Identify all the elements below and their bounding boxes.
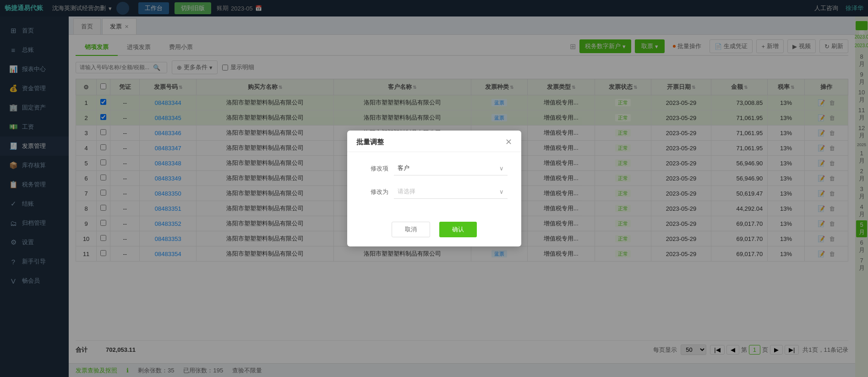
modal-body: 修改项 客户 ∨ 修改为 请选择 ∨ bbox=[347, 152, 521, 217]
field-value: 客户 bbox=[398, 164, 409, 172]
modal-title: 批量调整 bbox=[356, 138, 384, 147]
confirm-button[interactable]: 确认 bbox=[439, 222, 477, 237]
cancel-button[interactable]: 取消 bbox=[392, 222, 430, 237]
field-select[interactable]: 客户 ∨ bbox=[394, 161, 508, 175]
value-placeholder: 请选择 bbox=[398, 187, 415, 196]
modal-close-btn[interactable]: ✕ bbox=[505, 137, 512, 147]
field-row: 修改项 客户 ∨ bbox=[361, 161, 508, 175]
modal-header: 批量调整 ✕ bbox=[347, 131, 521, 152]
modal-footer: 取消 确认 bbox=[347, 217, 521, 246]
chevron-down-icon: ∨ bbox=[499, 165, 504, 172]
value-label: 修改为 bbox=[361, 188, 388, 196]
value-row: 修改为 请选择 ∨ bbox=[361, 185, 508, 199]
batch-adjust-modal: 批量调整 ✕ 修改项 客户 ∨ 修改为 请选择 ∨ 取消 确认 bbox=[347, 131, 521, 246]
chevron-down-icon2: ∨ bbox=[499, 188, 504, 195]
field-label: 修改项 bbox=[361, 164, 388, 173]
value-select[interactable]: 请选择 ∨ bbox=[394, 185, 508, 199]
modal-overlay: 批量调整 ✕ 修改项 客户 ∨ 修改为 请选择 ∨ 取消 确认 bbox=[0, 0, 868, 377]
